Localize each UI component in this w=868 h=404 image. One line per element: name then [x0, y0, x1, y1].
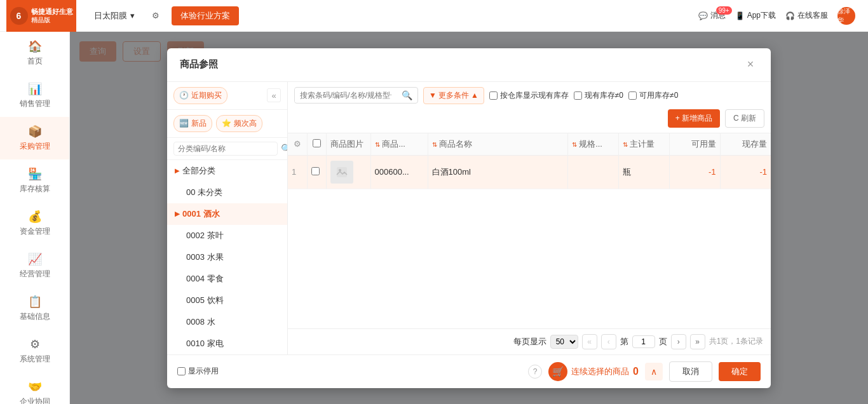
col-settings[interactable]: ⚙ [288, 133, 307, 156]
add-product-button[interactable]: + 新增商品 [668, 109, 720, 128]
cat-0005[interactable]: 0005 饮料 [167, 290, 287, 311]
filter-icon: ▼ [429, 91, 437, 100]
page-input[interactable] [632, 335, 655, 348]
product-search-input[interactable] [295, 88, 397, 102]
col-code[interactable]: ⇅ 商品... [370, 133, 428, 156]
category-search-input[interactable] [173, 142, 278, 156]
category-list: ▶ 全部分类 00 未分类 ▶ 0001 酒水 [167, 160, 287, 354]
confirm-button[interactable]: 确定 [719, 362, 761, 381]
next-page-button[interactable]: › [671, 334, 686, 349]
show-disabled-checkbox-group[interactable]: 显示停用 [177, 366, 219, 377]
col-name[interactable]: ⇅ 商品名称 [428, 133, 567, 156]
col-unit[interactable]: ⇅ 主计量 [618, 133, 669, 156]
new-product-btn[interactable]: 🆕 新品 [173, 115, 212, 132]
sidebar-item-enterprise[interactable]: 🤝 企业协同 [0, 372, 69, 404]
cat-all[interactable]: ▶ 全部分类 [167, 160, 287, 182]
table-row[interactable]: 1 [288, 155, 771, 189]
sidebar-item-inventory[interactable]: 🏪 库存核算 [0, 159, 69, 202]
nav-right: 💬 消息 99+ 📱 App下载 🎧 在线客服 徐泽华 [698, 7, 862, 25]
sort-unit-icon: ⇅ [623, 141, 628, 148]
first-page-button[interactable]: « [582, 334, 597, 349]
product-table-wrap: ⚙ 商品图片 [288, 133, 771, 328]
cat-0003[interactable]: 0003 水果 [167, 246, 287, 268]
sidebar-item-purchase[interactable]: 📦 采购管理 [0, 117, 69, 159]
sort-name-icon: ⇅ [432, 141, 437, 148]
modal-body: 🕐 近期购买 « 🆕 新品 ⭐ 频次 [167, 82, 771, 354]
table-header-row: ⚙ 商品图片 [288, 133, 771, 156]
app-download-item[interactable]: 📱 App下载 [735, 10, 776, 21]
sort-code-icon: ⇅ [375, 141, 380, 148]
cart-collapse-button[interactable]: ∧ [645, 363, 663, 380]
row-stock: -1 [720, 155, 771, 189]
store-selector[interactable]: 日太阳膜 ▾ [89, 8, 140, 24]
settings-icon: ⚙ [294, 139, 301, 149]
category-quick-area2: 🆕 新品 ⭐ 频次高 [167, 110, 287, 138]
product-panel: 🔍 ▼ 更多条件 ▲ 按仓库显示现有库存 [288, 82, 771, 354]
avail-ne-checkbox-group[interactable]: 可用库存≠0 [628, 90, 678, 101]
more-filter-button[interactable]: ▼ 更多条件 ▲ [423, 87, 484, 104]
sidebar-item-sales[interactable]: 📊 销售管理 [0, 74, 69, 117]
sales-icon: 📊 [28, 82, 42, 96]
row-avail: -1 [669, 155, 720, 189]
category-quick-area: 🕐 近期购买 « [167, 82, 287, 110]
avail-ne-checkbox[interactable] [628, 91, 637, 100]
sidebar-item-system[interactable]: ⚙ 系统管理 [0, 330, 69, 372]
operations-icon: 📈 [28, 252, 42, 266]
category-search-icon[interactable]: 🔍 [281, 144, 288, 154]
warehouse-stock-checkbox[interactable] [489, 91, 498, 100]
warehouse-stock-checkbox-group[interactable]: 按仓库显示现有库存 [489, 90, 569, 101]
cat-collapse-button[interactable]: « [267, 88, 281, 102]
sidebar-item-home[interactable]: 🏠 首页 [0, 32, 69, 74]
user-item[interactable]: 徐泽华 [837, 7, 855, 25]
cat-arrow-all: ▶ [175, 167, 180, 174]
category-panel: 🕐 近期购买 « 🆕 新品 ⭐ 频次 [167, 82, 288, 354]
cancel-button[interactable]: 取消 [669, 361, 712, 382]
inventory-icon: 🏪 [28, 167, 42, 181]
trial-button[interactable]: 体验行业方案 [172, 6, 239, 25]
nav-middle: 日太阳膜 ▾ ⚙ 体验行业方案 [76, 6, 698, 25]
sidebar-item-finance[interactable]: 💰 资金管理 [0, 202, 69, 245]
message-item[interactable]: 💬 消息 99+ [698, 10, 726, 21]
clock-icon: 🕐 [179, 91, 189, 100]
col-spec[interactable]: ⇅ 规格... [567, 133, 618, 156]
cat-0001[interactable]: ▶ 0001 酒水 [167, 203, 287, 225]
product-toolbar: 🔍 ▼ 更多条件 ▲ 按仓库显示现有库存 [288, 82, 771, 133]
show-disabled-checkbox[interactable] [177, 367, 186, 375]
row-unit: 瓶 [618, 155, 669, 189]
last-page-button[interactable]: » [690, 334, 705, 349]
row-checkbox[interactable] [311, 167, 320, 175]
modal-title: 商品参照 [180, 58, 218, 71]
stock-ne-checkbox[interactable] [574, 91, 582, 100]
cat-0008[interactable]: 0008 水 [167, 311, 287, 333]
cat-0004[interactable]: 0004 零食 [167, 268, 287, 290]
prev-page-button[interactable]: ‹ [601, 334, 616, 349]
frequent-btn[interactable]: ⭐ 频次高 [216, 115, 262, 132]
sidebar-item-basic-info[interactable]: 📋 基础信息 [0, 287, 69, 330]
modal-footer: 显示停用 ? 🛒 连续选择的商品 0 ∧ 取消 确定 [167, 354, 771, 388]
row-checkbox-cell[interactable] [307, 155, 326, 189]
svg-rect-0 [337, 167, 347, 177]
modal-close-button[interactable]: × [743, 57, 758, 72]
cat-0002[interactable]: 0002 茶叶 [167, 225, 287, 246]
sidebar: 🏠 首页 📊 销售管理 📦 采购管理 🏪 库存核算 💰 资金管理 📈 经营管理 … [0, 32, 70, 404]
page-size-select[interactable]: 50 [550, 335, 578, 349]
avatar: 徐泽华 [837, 7, 855, 25]
stock-ne-checkbox-group[interactable]: 现有库存≠0 [574, 90, 623, 101]
cat-0010[interactable]: 0010 家电 [167, 333, 287, 354]
online-service-item[interactable]: 🎧 在线客服 [785, 10, 828, 21]
cart-icon: 🛒 [548, 362, 567, 381]
col-avail: 可用量 [669, 133, 720, 156]
gear-button[interactable]: ⚙ [146, 6, 165, 25]
select-all-checkbox[interactable] [313, 139, 321, 147]
help-icon[interactable]: ? [528, 365, 542, 379]
cat-00[interactable]: 00 未分类 [167, 182, 287, 203]
refresh-button[interactable]: C 刷新 [725, 109, 764, 128]
product-search-button[interactable]: 🔍 [397, 88, 417, 103]
pagination-bar: 每页显示 50 « ‹ 第 页 › » 共1页，1条记录 [288, 328, 771, 354]
sort-spec-icon: ⇅ [572, 141, 577, 148]
col-select-all[interactable] [307, 133, 326, 156]
gear-icon: ⚙ [152, 11, 159, 20]
row-name: 白酒100ml [428, 155, 567, 189]
sidebar-item-operations[interactable]: 📈 经营管理 [0, 245, 69, 287]
recent-purchase-btn[interactable]: 🕐 近期购买 [173, 87, 227, 104]
